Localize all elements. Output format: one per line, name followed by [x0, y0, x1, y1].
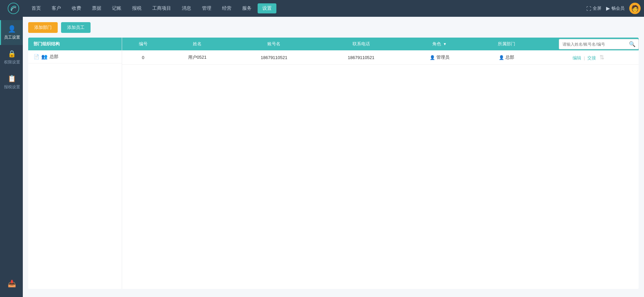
- cell-name: 用户0521: [164, 50, 230, 65]
- download-icon: 📥: [8, 280, 16, 288]
- action-bar: 添加部门 添加员工: [28, 22, 639, 33]
- dept-tree: 部门组织结构 📄 👥 总部: [28, 38, 122, 289]
- search-wrapper: 🔍: [559, 39, 639, 49]
- col-name: 姓名: [164, 38, 230, 50]
- cell-dept: 👤 总部: [474, 50, 538, 65]
- svg-point-0: [8, 3, 19, 14]
- sidebar-item-permission[interactable]: 🔒 权限设置: [0, 45, 23, 70]
- permission-icon: 🔒: [8, 50, 16, 58]
- dept-user-icon-row: 👤: [499, 55, 504, 60]
- fullscreen-label: 全屏: [593, 5, 601, 11]
- sidebar: 👤 员工设置 🔒 权限设置 📋 报税设置 📥: [0, 17, 23, 297]
- cell-phone: 18679110521: [318, 50, 405, 65]
- search-icon: 🔍: [629, 41, 636, 47]
- handover-link[interactable]: 交接: [587, 55, 596, 60]
- role-user-icon: 👤: [430, 55, 435, 60]
- sidebar-item-taxsettings[interactable]: 📋 报税设置: [0, 70, 23, 95]
- add-dept-button[interactable]: 添加部门: [28, 22, 58, 33]
- dept-file-icon: 📄: [34, 54, 39, 59]
- dept-label: 总部: [505, 54, 514, 60]
- dept-tree-item-0[interactable]: 📄 👥 总部: [28, 50, 122, 63]
- nav-fee[interactable]: 收费: [67, 3, 86, 13]
- nav-bill[interactable]: 票据: [87, 3, 106, 13]
- cell-ops: 编辑 | 交接 ⇅: [538, 50, 639, 65]
- search-button[interactable]: 🔍: [626, 39, 638, 49]
- nav-account[interactable]: 记账: [107, 3, 126, 13]
- table-body: 0 用户0521 18679110521 18679110521 👤 管理员: [122, 50, 639, 65]
- avatar[interactable]: 🧑: [629, 3, 641, 14]
- nav-tax[interactable]: 报税: [127, 3, 146, 13]
- sidebar-label-taxsettings: 报税设置: [4, 84, 20, 90]
- sidebar-item-download[interactable]: 📥: [5, 275, 18, 292]
- nav-items: 首页 客户 收费 票据 记账 报税 工商项目 消息 管理 经营 服务 设置: [27, 3, 586, 13]
- role-label: 管理员: [436, 54, 449, 60]
- col-role: 角色 ▼: [405, 38, 474, 50]
- main-layout: 👤 员工设置 🔒 权限设置 📋 报税设置 📥 添加部门 添加员工 🔍: [0, 17, 644, 297]
- cell-role: 👤 管理员: [405, 50, 474, 65]
- vip-btn[interactable]: ▶ 畅会员: [606, 5, 625, 11]
- employee-icon: 👤: [8, 25, 16, 33]
- sidebar-item-employee[interactable]: 👤 员工设置: [0, 20, 23, 45]
- col-dept: 所属部门: [474, 38, 538, 50]
- nav-service[interactable]: 服务: [237, 3, 256, 13]
- search-input[interactable]: [559, 40, 626, 48]
- nav-operation[interactable]: 经营: [217, 3, 236, 13]
- dept-tree-header: 部门组织结构: [28, 38, 122, 50]
- role-filter-icon[interactable]: ▼: [443, 42, 447, 46]
- sidebar-label-permission: 权限设置: [4, 59, 20, 65]
- nav-business[interactable]: 工商项目: [148, 3, 176, 13]
- nav-customer[interactable]: 客户: [47, 3, 66, 13]
- logo: [3, 2, 23, 14]
- nav-message[interactable]: 消息: [177, 3, 196, 13]
- edit-link[interactable]: 编辑: [573, 55, 581, 60]
- add-employee-button[interactable]: 添加员工: [61, 22, 91, 33]
- top-nav: 首页 客户 收费 票据 记账 报税 工商项目 消息 管理 经营 服务 设置 ⛶ …: [0, 0, 644, 17]
- scroll-arrows[interactable]: ⇅: [599, 54, 604, 61]
- sidebar-label-employee: 员工设置: [4, 35, 20, 40]
- col-id: 编号: [122, 38, 164, 50]
- logo-icon: [7, 2, 19, 14]
- right-panel: 编号 姓名 账号名 联系电话 角色 ▼ 所属部门 操作: [122, 38, 639, 289]
- main-panel: 部门组织结构 📄 👥 总部 编号 姓名 账号名 联系电话: [28, 38, 639, 289]
- taxsettings-icon: 📋: [8, 75, 16, 83]
- cell-id: 0: [122, 50, 164, 65]
- content-area: 添加部门 添加员工 🔍 部门组织结构 📄 👥 总部: [23, 17, 644, 297]
- vip-label: 畅会员: [611, 5, 625, 11]
- dept-name-label: 总部: [50, 54, 58, 60]
- col-account: 账号名: [230, 38, 318, 50]
- nav-settings[interactable]: 设置: [258, 3, 276, 13]
- nav-home[interactable]: 首页: [27, 3, 46, 13]
- nav-manage[interactable]: 管理: [197, 3, 216, 13]
- col-phone: 联系电话: [318, 38, 405, 50]
- dept-user-icon: 👥: [41, 54, 48, 60]
- table-row: 0 用户0521 18679110521 18679110521 👤 管理员: [122, 50, 639, 65]
- cell-account: 18679110521: [230, 50, 318, 65]
- right-tools: ⛶ 全屏 ▶ 畅会员 🧑: [586, 3, 641, 14]
- fullscreen-icon: ⛶: [586, 6, 591, 11]
- fullscreen-btn[interactable]: ⛶ 全屏: [586, 5, 601, 11]
- vip-icon: ▶: [606, 5, 610, 11]
